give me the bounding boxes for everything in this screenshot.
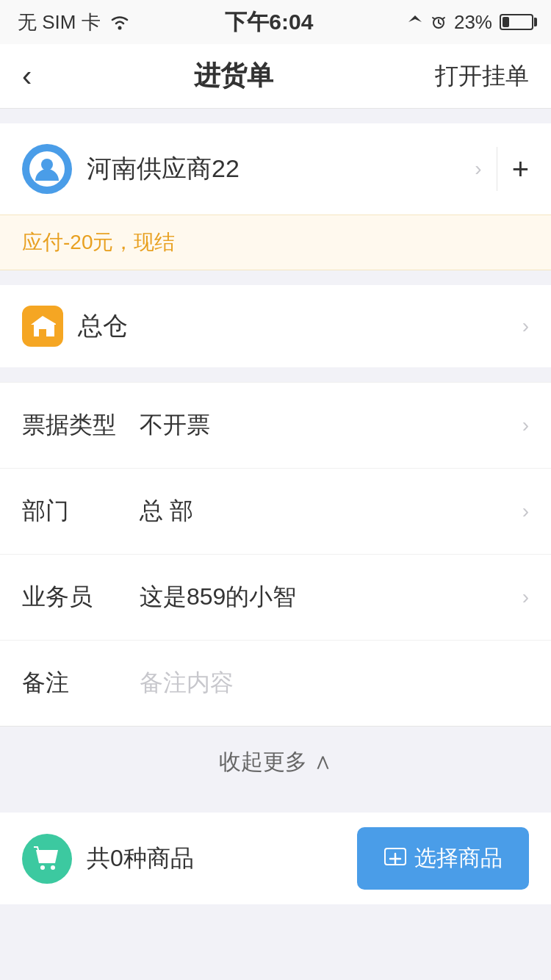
remark-input[interactable]: 备注内容 [125,667,529,699]
salesman-chevron-icon: › [522,586,529,609]
status-right: 23% [407,11,533,34]
department-row[interactable]: 部门 总 部 › [0,468,551,554]
notice-text: 应付-20元，现结 [22,231,175,253]
product-icon [22,834,72,884]
wifi-icon [108,14,132,30]
product-bar: 共0种商品 选择商品 [0,813,551,904]
svg-rect-3 [39,329,46,336]
notice-bar: 应付-20元，现结 [0,215,551,270]
alarm-icon [431,14,447,30]
salesman-value: 这是859的小智 [125,581,522,613]
remark-label: 备注 [22,667,125,699]
top-gap [0,109,551,123]
bottom-gap [0,798,551,813]
supplier-card: 河南供应商22 › + 应付-20元，现结 [0,123,551,270]
battery-icon [500,14,533,30]
supplier-chevron-icon: › [475,157,481,181]
supplier-avatar [22,144,72,194]
department-value: 总 部 [125,495,522,527]
salesman-row[interactable]: 业务员 这是859的小智 › [0,554,551,640]
supplier-name: 河南供应商22 [87,152,475,186]
invoice-value: 不开票 [125,409,522,442]
department-chevron-icon: › [522,500,529,523]
svg-point-5 [51,865,55,870]
person-icon [32,154,62,184]
page-title: 进货单 [194,58,273,94]
content-area: 河南供应商22 › + 应付-20元，现结 总仓 › 票据类型 不开票 › 部门 [0,109,551,980]
department-label: 部门 [22,495,125,527]
product-count: 共0种商品 [87,843,342,875]
svg-point-2 [41,159,53,170]
warehouse-name: 总仓 [78,309,522,343]
remark-row[interactable]: 备注 备注内容 [0,640,551,726]
open-pending-button[interactable]: 打开挂单 [435,60,529,93]
mid-gap-2 [0,367,551,382]
collapse-button[interactable]: 收起更多 ∧ [0,726,551,798]
status-time: 下午6:04 [225,7,313,37]
vertical-divider [497,147,497,191]
house-icon [29,313,56,339]
status-left: 无 SIM 卡 [18,10,132,35]
svg-point-4 [40,865,45,870]
status-bar: 无 SIM 卡 下午6:04 23% [0,0,551,44]
nav-bar: ‹ 进货单 打开挂单 [0,44,551,109]
battery-percent: 23% [454,11,492,34]
mid-gap-1 [0,270,551,285]
warehouse-chevron-icon: › [522,314,529,338]
carrier-label: 无 SIM 卡 [18,10,101,35]
warehouse-row[interactable]: 总仓 › [0,285,551,367]
invoice-chevron-icon: › [522,414,529,437]
add-button[interactable]: + [512,153,529,186]
invoice-row[interactable]: 票据类型 不开票 › [0,382,551,468]
select-product-icon [383,847,407,871]
page-rest [0,904,551,980]
location-icon [407,14,423,30]
cart-icon [32,844,62,873]
salesman-label: 业务员 [22,581,125,613]
invoice-label: 票据类型 [22,409,125,442]
back-button[interactable]: ‹ [22,60,32,93]
collapse-label: 收起更多 ∧ [219,749,331,774]
svg-point-0 [118,26,121,30]
select-product-button[interactable]: 选择商品 [357,827,529,890]
warehouse-icon [22,306,63,347]
supplier-row[interactable]: 河南供应商22 › + [0,123,551,215]
select-product-label: 选择商品 [414,843,503,873]
